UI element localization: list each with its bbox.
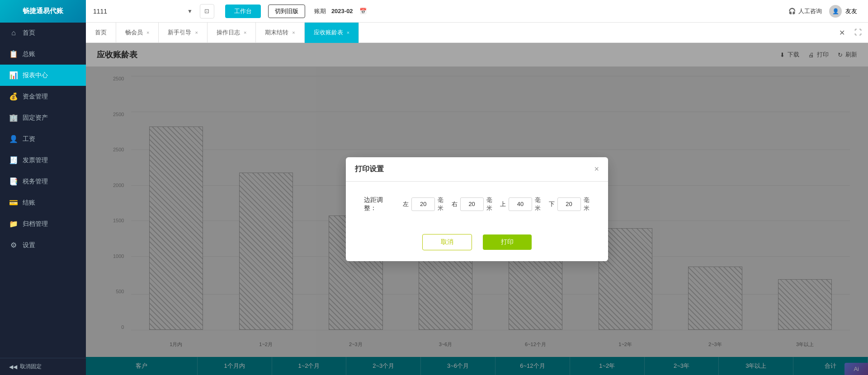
tab-oplog[interactable]: 操作日志 × [208,23,256,43]
right-unit: 毫米 [486,196,493,212]
sidebar-label-invoice: 发票管理 [23,156,48,164]
tab-membership-label: 畅会员 [125,28,143,37]
top-unit: 毫米 [535,196,541,212]
user-area[interactable]: 👤 友友 [829,5,857,18]
tabs-actions: ✕ ⛶ [835,26,868,39]
print-confirm-button[interactable]: 打印 [483,234,532,250]
tab-membership-close[interactable]: × [146,30,149,35]
ledger-icon: 📋 [9,50,18,58]
sidebar-label-tax: 税务管理 [23,178,48,186]
sidebar: ⌂ 首页 📋 总账 📊 报表中心 💰 资金管理 🏢 固定资产 👤 工资 [0,23,86,375]
sidebar-item-settings[interactable]: ⚙ 设置 [0,234,86,256]
tax-icon: 📑 [9,177,18,186]
consulting-label: 人工咨询 [798,7,822,15]
header-company: 1111 ▼ ⊡ 工作台 切到旧版 账期 2023-02 📅 [86,4,788,19]
right-margin-input[interactable] [460,197,484,211]
tab-period-close[interactable]: × [292,30,295,35]
company-icon-btn[interactable]: ⊡ [200,4,214,19]
tabs-bar: 首页 畅会员 × 新手引导 × 操作日志 × 期末结转 × 应收账龄表 × [86,23,868,43]
sidebar-item-tax[interactable]: 📑 税务管理 [0,171,86,192]
tab-guide[interactable]: 新手引导 × [159,23,207,43]
modal-dialog: 打印设置 × 边距调整： 左 毫米 右 [346,157,608,261]
bottom-unit: 毫米 [584,196,590,212]
margin-right-group: 右 毫米 [452,196,493,212]
tab-aging-label: 应收账龄表 [314,28,343,37]
tab-aging[interactable]: 应收账龄表 × [305,23,359,43]
calendar-icon[interactable]: 📅 [359,8,367,14]
sidebar-collapse-button[interactable]: ◀◀ 取消固定 [0,358,86,375]
cancel-button[interactable]: 取消 [422,234,472,250]
margin-top-group: 上 毫米 [500,196,541,212]
modal-body: 边距调整： 左 毫米 右 毫米 [346,182,608,227]
report-icon: 📊 [9,71,18,80]
tab-period-label: 期末结转 [265,28,288,37]
copy-icon: ⊡ [204,8,209,14]
left-margin-input[interactable] [411,197,435,211]
logo-area: 畅捷通易代账 [0,0,86,23]
consulting-button[interactable]: 🎧 人工咨询 [788,7,822,15]
sidebar-item-archive[interactable]: 📁 归档管理 [0,213,86,234]
sidebar-item-ledger[interactable]: 📋 总账 [0,43,86,65]
modal-overlay: 打印设置 × 边距调整： 左 毫米 右 [86,43,868,375]
page-content: 应收账龄表 ⬇ 下载 🖨 打印 ↻ 刷新 [86,43,868,375]
period-label: 账期 [314,7,326,15]
sidebar-label-report: 报表中心 [23,71,48,80]
sidebar-label-ledger: 总账 [23,50,35,58]
sidebar-label-settings: 设置 [23,241,35,249]
right-dir-label: 右 [452,200,458,208]
sidebar-item-checkout[interactable]: 💳 结账 [0,192,86,213]
company-name: 1111 [93,8,184,15]
settings-icon: ⚙ [9,241,18,249]
logo-text: 畅捷通易代账 [23,7,63,15]
tab-period[interactable]: 期末结转 × [256,23,304,43]
collapse-label: 取消固定 [20,363,42,370]
bottom-dir-label: 下 [549,200,555,208]
sidebar-item-invoice[interactable]: 🧾 发票管理 [0,150,86,171]
tab-membership[interactable]: 畅会员 × [116,23,159,43]
modal-close-button[interactable]: × [594,165,599,173]
invoice-icon: 🧾 [9,156,18,164]
top-dir-label: 上 [500,200,506,208]
tab-guide-label: 新手引导 [168,28,191,37]
margin-bottom-group: 下 毫米 [549,196,590,212]
tabs-close-all-button[interactable]: ✕ [835,26,848,39]
margin-label: 边距调整： [364,196,392,212]
user-avatar: 👤 [829,5,842,18]
funds-icon: 💰 [9,92,18,101]
sidebar-label-assets: 固定资产 [23,114,48,122]
tabs-expand-button[interactable]: ⛶ [852,26,864,39]
margin-left-group: 左 毫米 [403,196,444,212]
sidebar-scroll: ⌂ 首页 📋 总账 📊 报表中心 💰 资金管理 🏢 固定资产 👤 工资 [0,23,86,358]
sidebar-item-assets[interactable]: 🏢 固定资产 [0,107,86,128]
company-dropdown-icon[interactable]: ▼ [187,8,193,14]
content-area: 首页 畅会员 × 新手引导 × 操作日志 × 期末结转 × 应收账龄表 × [86,23,868,375]
sidebar-label-checkout: 结账 [23,199,35,207]
salary-icon: 👤 [9,135,18,143]
modal-header: 打印设置 × [346,157,608,182]
headphone-icon: 🎧 [788,8,796,14]
tab-oplog-label: 操作日志 [217,28,240,37]
sidebar-item-report[interactable]: 📊 报表中心 [0,65,86,86]
tab-home[interactable]: 首页 [86,23,116,43]
user-name: 友友 [845,7,857,15]
sidebar-item-home[interactable]: ⌂ 首页 [0,23,86,43]
header-right: 🎧 人工咨询 👤 友友 [788,5,868,18]
sidebar-item-funds[interactable]: 💰 资金管理 [0,86,86,107]
top-margin-input[interactable] [509,197,532,211]
main-layout: ⌂ 首页 📋 总账 📊 报表中心 💰 资金管理 🏢 固定资产 👤 工资 [0,23,868,375]
workbench-button[interactable]: 工作台 [225,5,261,18]
margin-row: 边距调整： 左 毫米 右 毫米 [364,196,590,212]
sidebar-item-salary[interactable]: 👤 工资 [0,128,86,150]
bottom-margin-input[interactable] [557,197,581,211]
tab-guide-close[interactable]: × [195,30,198,35]
switch-button[interactable]: 切到旧版 [268,5,305,18]
modal-footer: 取消 打印 [346,227,608,261]
left-dir-label: 左 [403,200,409,208]
tab-oplog-close[interactable]: × [244,30,246,35]
home-icon: ⌂ [9,29,18,37]
sidebar-label-funds: 资金管理 [23,93,48,101]
archive-icon: 📁 [9,220,18,228]
tab-aging-close[interactable]: × [347,30,349,35]
modal-title: 打印设置 [355,164,384,174]
collapse-icon: ◀◀ [9,364,17,370]
